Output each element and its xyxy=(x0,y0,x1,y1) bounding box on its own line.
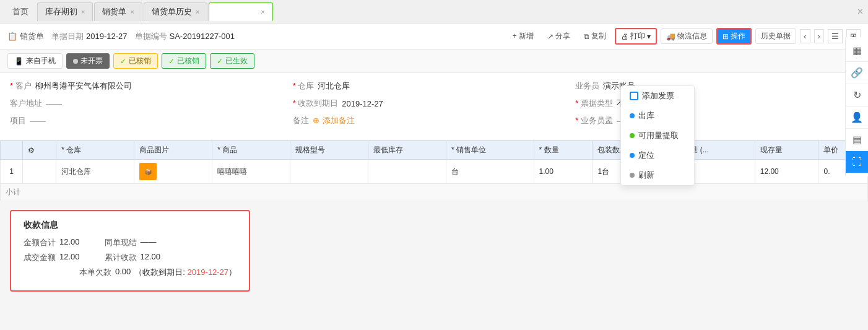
available-qty-icon xyxy=(630,133,635,138)
available-qty-item[interactable]: 可用量提取 xyxy=(621,126,694,145)
effective-label: 已生效 xyxy=(225,56,248,66)
add-invoice-item[interactable]: 添加发票 xyxy=(621,86,694,106)
form-area: 客户 柳州粤港平安气体有限公司 仓库 河北仓库 业务员 演示账号 客户地址 ——… xyxy=(0,73,868,141)
dropdown-menu: 添加发票 出库 可用量提取 定位 刷新 xyxy=(620,85,695,186)
project-value: —— xyxy=(30,116,46,126)
sidebar-user-button[interactable]: 👤 xyxy=(846,106,868,129)
customer-field: 客户 柳州粤港平安气体有限公司 xyxy=(10,80,293,92)
logistics-button[interactable]: 🚚 物流信息 xyxy=(661,28,713,44)
table-container: ⚙ * 仓库 商品图片 * 商品 规格型号 最低库存 * 销售单位 * 数量 包… xyxy=(0,141,868,201)
next-button[interactable]: › xyxy=(814,29,824,43)
sidebar-link-button[interactable]: 🔗 xyxy=(846,62,868,84)
available-qty-label: 可用量提取 xyxy=(638,130,679,141)
sold-button[interactable]: ✓ 已核销 xyxy=(162,53,206,69)
tab-inventory-init[interactable]: 库存期初 × xyxy=(37,2,93,21)
prev-button[interactable]: ‹ xyxy=(800,29,810,43)
doc-number-label: 单据编号 xyxy=(135,31,167,42)
tab-view-sales-close[interactable]: × xyxy=(261,8,264,15)
payment-row-1: 金额合计 12.00 同单现结 —— xyxy=(24,237,237,248)
share-button[interactable]: ↗ 分享 xyxy=(542,29,575,43)
effective-button[interactable]: ✓ 已生效 xyxy=(210,53,254,69)
refresh-circle-icon: ↻ xyxy=(853,89,861,101)
status-bar: 📱 来自手机 未开票 ✓ 已核销 ✓ 已核销 ✓ 已生效 xyxy=(0,50,868,73)
tab-view-sales[interactable]: 查看销货单 × xyxy=(209,2,272,21)
col-product-header: * 商品 xyxy=(212,141,290,160)
logistics-icon: 🚚 xyxy=(666,32,675,41)
row-gear xyxy=(23,160,56,184)
right-sidebar: ▦ 🔗 ↻ 👤 ▤ ⛶ xyxy=(845,37,868,176)
history-button[interactable]: 历史单据 xyxy=(755,28,796,44)
logistics-label: 物流信息 xyxy=(677,31,707,41)
address-label: 客户地址 xyxy=(10,98,42,109)
project-label: 项目 xyxy=(10,115,26,126)
overdue-label: 本单欠款 xyxy=(79,267,111,278)
warehouse-value: 河北仓库 xyxy=(318,80,350,92)
tab-sales-history-close[interactable]: × xyxy=(196,8,199,15)
new-button[interactable]: + 新增 xyxy=(508,29,539,43)
payment-title: 收款信息 xyxy=(24,220,237,231)
copy-icon: ⧉ xyxy=(584,32,589,41)
total-received-item: 累计收款 12.00 xyxy=(105,252,161,263)
tab-inventory-init-label: 库存期初 xyxy=(45,6,77,17)
warehouse-label: 仓库 xyxy=(293,80,315,92)
sold-icon: ✓ xyxy=(168,57,175,66)
tab-sales-order[interactable]: 销货单 × xyxy=(94,2,142,21)
tab-bar: 首页 库存期初 × 销货单 × 销货单历史 × 查看销货单 × × xyxy=(0,0,868,24)
tab-sales-order-close[interactable]: × xyxy=(130,8,134,15)
table-header-row: ⚙ * 仓库 商品图片 * 商品 规格型号 最低库存 * 销售单位 * 数量 包… xyxy=(1,141,868,160)
copy-label: 复制 xyxy=(591,31,606,41)
print-button[interactable]: 🖨 打印 ▾ xyxy=(615,28,657,45)
checked-label: 已核销 xyxy=(129,56,151,66)
share-label: 分享 xyxy=(555,31,570,41)
print-icon: 🖨 xyxy=(621,32,628,41)
copy-button[interactable]: ⧉ 复制 xyxy=(579,29,611,43)
sidebar-refresh-button[interactable]: ↻ xyxy=(846,84,868,106)
tab-sales-history-label: 销货单历史 xyxy=(152,6,192,17)
tab-home-label: 首页 xyxy=(12,6,28,17)
locate-icon xyxy=(630,153,635,158)
tab-home[interactable]: 首页 xyxy=(5,2,36,21)
locate-label: 定位 xyxy=(638,150,654,161)
locate-item[interactable]: 定位 xyxy=(621,145,694,165)
history-label: 历史单据 xyxy=(761,31,791,41)
phone-icon: 📱 xyxy=(14,57,24,66)
total-amount-label: 金额合计 xyxy=(24,237,56,248)
link-icon: 🔗 xyxy=(851,67,863,79)
not-open-button[interactable]: 未开票 xyxy=(66,53,110,69)
expand-icon: ⛶ xyxy=(852,157,862,168)
not-open-label: 未开票 xyxy=(80,56,103,66)
same-order-item: 同单现结 —— xyxy=(105,237,157,248)
checked-button[interactable]: ✓ 已核销 xyxy=(113,53,158,69)
total-received-label: 累计收款 xyxy=(105,252,137,263)
operate-button[interactable]: ⊞ 操作 xyxy=(716,28,752,45)
col-stock-header: 现存量 xyxy=(755,141,818,160)
stock-out-item[interactable]: 出库 xyxy=(621,106,694,126)
tab-inventory-init-close[interactable]: × xyxy=(81,8,85,15)
add-note-button[interactable]: ⊕ 添加备注 xyxy=(313,115,355,126)
new-label: + 新增 xyxy=(513,31,534,41)
due-date: 2019-12-27 xyxy=(188,267,229,277)
print-dropdown-icon: ▾ xyxy=(647,32,651,41)
toolbar-actions: + 新增 ↗ 分享 ⧉ 复制 🖨 打印 ▾ 🚚 物流信息 ⊞ 操作 xyxy=(508,28,861,45)
from-phone-button[interactable]: 📱 来自手机 xyxy=(7,53,63,69)
total-amount-item: 金额合计 12.00 xyxy=(24,237,80,248)
payment-row-2: 成交金额 12.00 累计收款 12.00 xyxy=(24,252,237,263)
sidebar-table-button[interactable]: ▤ xyxy=(846,129,868,151)
payment-info-box: 收款信息 金额合计 12.00 同单现结 —— 成交金额 12.00 累计收款 xyxy=(10,210,250,292)
payment-date-field: 收款到期日 2019-12-27 xyxy=(293,98,576,109)
total-received-value: 12.00 xyxy=(141,252,161,263)
sidebar-scan-button[interactable]: ▦ xyxy=(846,40,868,62)
invoice-type-field: 票据类型 不开票 xyxy=(575,98,858,109)
from-phone-label: 来自手机 xyxy=(26,56,56,66)
table-icon: ▤ xyxy=(853,134,862,145)
refresh-item[interactable]: 刷新 xyxy=(621,165,694,185)
deal-amount-item: 成交金额 12.00 xyxy=(24,252,80,263)
doc-number-value: SA-20191227-001 xyxy=(170,32,235,41)
window-close-button[interactable]: × xyxy=(857,6,863,17)
tab-sales-history[interactable]: 销货单历史 × xyxy=(144,2,207,21)
sidebar-expand-button[interactable]: ⛶ xyxy=(846,151,868,173)
tab-view-sales-label: 查看销货单 xyxy=(217,6,257,17)
address-field: 客户地址 —— xyxy=(10,98,293,109)
share-icon: ↗ xyxy=(547,32,553,41)
list-layout-button[interactable]: ☰ xyxy=(828,29,843,43)
